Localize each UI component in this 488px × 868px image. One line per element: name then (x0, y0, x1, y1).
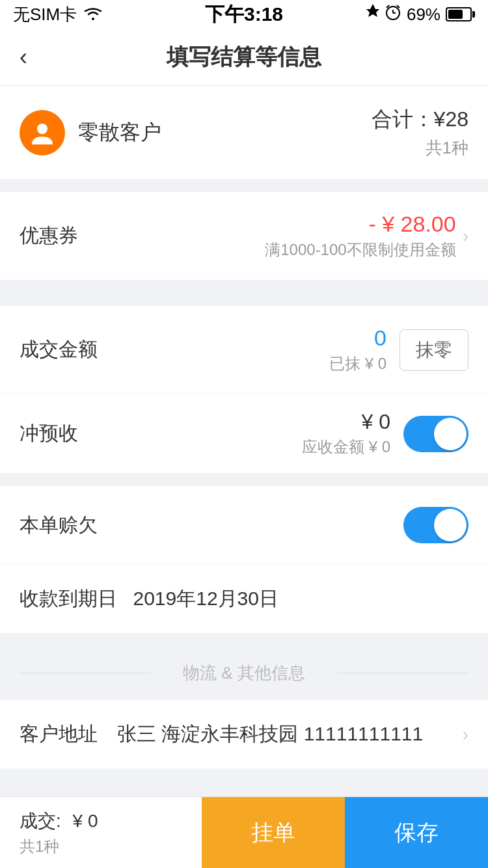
prepay-label: 冲预收 (20, 420, 78, 447)
battery-icon (446, 7, 475, 21)
coupon-label: 优惠券 (20, 223, 78, 249)
coupon-desc: 满1000-100不限制使用金额 (265, 239, 455, 260)
credit-toggle-knob (434, 509, 467, 541)
address-value: 张三 海淀永丰科技园 11111111111 (117, 721, 463, 748)
divider-3 (0, 633, 488, 646)
transaction-right: 0 已抹 ¥ 0 抹零 (329, 325, 468, 374)
coupon-value: - ¥ 28.00 满1000-100不限制使用金额 (265, 211, 455, 260)
credit-row: 本单赊欠 (0, 486, 488, 564)
logistics-divider: 物流 & 其他信息 (0, 646, 488, 700)
prepay-sub: 应收金额 ¥ 0 (302, 437, 390, 457)
credit-toggle[interactable] (403, 507, 468, 543)
credit-label: 本单赊欠 (20, 512, 98, 539)
logistics-line-left (20, 673, 150, 673)
prepay-value-wrap: ¥ 0 应收金额 ¥ 0 (302, 410, 390, 457)
address-chevron-icon: › (463, 724, 468, 745)
bottom-deal-value: ¥ 0 (73, 811, 98, 831)
credit-section: 本单赊欠 收款到期日 2019年12月30日 (0, 486, 488, 633)
duedate-section: 收款到期日 2019年12月30日 (0, 564, 488, 633)
transaction-section: 成交金额 0 已抹 ¥ 0 抹零 冲预收 ¥ 0 应收金额 ¥ 0 (0, 306, 488, 473)
bottom-deal-label: 成交: (20, 811, 61, 831)
address-section[interactable]: 客户地址 张三 海淀永丰科技园 11111111111 › (0, 700, 488, 768)
round-zero-button[interactable]: 抹零 (400, 329, 468, 371)
nav-title: 填写结算等信息 (167, 42, 321, 72)
duedate-value: 2019年12月30日 (133, 586, 278, 612)
location-icon (366, 4, 379, 25)
prepay-right: ¥ 0 应收金额 ¥ 0 (302, 410, 468, 457)
prepay-row: 冲预收 ¥ 0 应收金额 ¥ 0 (0, 394, 488, 473)
toggle-knob (434, 418, 467, 450)
customer-right: 合计：¥28 共1种 (372, 105, 468, 159)
transaction-value-wrap: 0 已抹 ¥ 0 (329, 325, 386, 374)
customer-name: 零散客户 (78, 118, 161, 147)
bottom-bar: 成交: ¥ 0 共1种 挂单 保存 (0, 796, 488, 868)
transaction-sub: 已抹 ¥ 0 (329, 353, 386, 374)
save-button[interactable]: 保存 (345, 797, 488, 869)
divider-1 (0, 293, 488, 306)
alarm-icon (385, 4, 401, 25)
coupon-discount: - ¥ 28.00 (265, 211, 455, 237)
nav-bar: ‹ 填写结算等信息 (0, 29, 488, 86)
customer-section: 零散客户 合计：¥28 共1种 (0, 86, 488, 179)
hold-button[interactable]: 挂单 (202, 797, 345, 869)
coupon-right: - ¥ 28.00 满1000-100不限制使用金额 › (265, 211, 468, 260)
status-time: 下午3:18 (205, 1, 283, 28)
battery-percent: 69% (407, 5, 441, 25)
transaction-value: 0 (329, 325, 386, 351)
svg-point-5 (37, 124, 47, 134)
total-count: 共1种 (372, 137, 468, 159)
bottom-count: 共1种 (20, 836, 182, 857)
coupon-section[interactable]: 优惠券 - ¥ 28.00 满1000-100不限制使用金额 › (0, 192, 488, 280)
carrier-text: 无SIM卡 (13, 3, 77, 26)
prepay-value: ¥ 0 (302, 410, 390, 434)
customer-left: 零散客户 (20, 110, 161, 156)
divider-2 (0, 473, 488, 486)
prepay-toggle[interactable] (403, 416, 468, 452)
bottom-info: 成交: ¥ 0 共1种 (0, 809, 202, 857)
total-amount: 合计：¥28 (372, 105, 468, 134)
status-bar: 无SIM卡 下午3:18 69% (0, 0, 488, 29)
transaction-label: 成交金额 (20, 336, 98, 363)
main-content: 零散客户 合计：¥28 共1种 优惠券 - ¥ 28.00 满1000-100不… (0, 86, 488, 868)
address-label: 客户地址 (20, 721, 98, 748)
bottom-deal: 成交: ¥ 0 (20, 809, 182, 834)
logistics-text: 物流 & 其他信息 (183, 662, 305, 685)
customer-avatar (20, 110, 65, 156)
logistics-line-right (338, 673, 468, 673)
status-carrier: 无SIM卡 (13, 3, 103, 26)
transaction-row: 成交金额 0 已抹 ¥ 0 抹零 (0, 306, 488, 394)
status-icons: 69% (366, 4, 475, 25)
wifi-icon (83, 5, 103, 25)
duedate-label: 收款到期日 (20, 588, 117, 609)
chevron-right-icon: › (463, 226, 468, 247)
back-button[interactable]: ‹ (20, 44, 27, 71)
